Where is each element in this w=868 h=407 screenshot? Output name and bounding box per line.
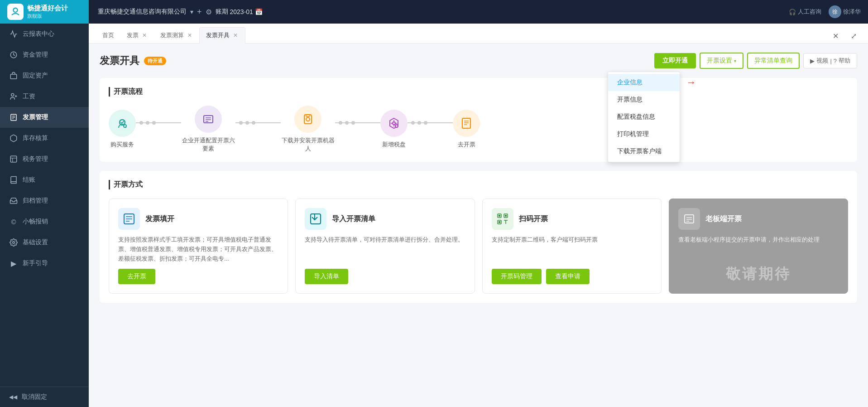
dropdown-item-dayinji[interactable]: 打印机管理 (608, 126, 680, 143)
fill-header: 发票填开 (118, 208, 278, 230)
tab-home[interactable]: 首页 (96, 27, 120, 44)
scan-apply-btn[interactable]: 查看申请 (546, 269, 590, 284)
sidebar-item-kucun[interactable]: 库存核算 (0, 128, 89, 149)
fill-icon (118, 208, 140, 230)
sidebar-scroll: 云报表中心 资金管理 固定资产 (0, 24, 89, 387)
sidebar-label-jiezhang: 结账 (23, 176, 35, 184)
logo-title: 畅捷通好会计 (27, 4, 68, 13)
sidebar: 云报表中心 资金管理 固定资产 (0, 24, 89, 407)
svg-rect-8 (10, 156, 17, 162)
sidebar-label-xinyinyindao: 新手引导 (23, 259, 48, 267)
svg-rect-2 (10, 74, 17, 79)
svg-rect-24 (462, 118, 470, 128)
logo-text: 畅捷通好会计 旗舰版 (27, 4, 68, 19)
import-title: 导入开票清单 (332, 214, 375, 224)
methods-section: 开票方式 (100, 171, 857, 303)
method-card-boss: 老板端开票 查看老板端小程序提交的开票申请，并作出相应的处理 敬请期待 (669, 199, 848, 294)
settings-btn[interactable]: 开票设置 ▾ (700, 53, 743, 69)
jiezhang-icon (9, 175, 18, 184)
dropdown-item-xiazaike[interactable]: 下载开票客户端 (608, 143, 680, 160)
step5-label: 去开票 (458, 141, 475, 149)
fill-desc: 支持按照发票样式手工填开发票；可开具增值税电子普通发票、增值税普通发票、增值税专… (118, 235, 278, 263)
sidebar-item-gudingzichan[interactable]: 固定资产 (0, 65, 89, 86)
video-help-btn[interactable]: ▶ 视频 | ? 帮助 (803, 53, 857, 68)
sidebar-item-cancel-fixed[interactable]: ◀◀ 取消固定 (0, 387, 89, 407)
abnormal-btn[interactable]: 异常清单查询 (747, 53, 800, 69)
tab-bar-actions: ✕ ⤢ (828, 29, 861, 43)
page-header: 发票开具 待开通 立即开通 开票设置 ▾ (100, 53, 857, 69)
flow-steps: 购买服务 (109, 106, 848, 153)
video-label: 视频 (816, 57, 828, 65)
sidebar-item-gongzi[interactable]: 工资 (0, 86, 89, 107)
sidebar-label-zijin: 资金管理 (23, 51, 48, 59)
method-card-import: 导入开票清单 支持导入待开票清单，可对待开票清单进行拆分、合并处理。 导入清单 (295, 199, 475, 294)
top-bar: 畅捷通好会计 旗舰版 重庆畅捷交通信息咨询有限公司 ▾ + ⚙ 账期 2023-… (0, 0, 868, 24)
flow-line-2 (235, 122, 281, 123)
tab-fapiaocesuan-close[interactable]: ✕ (187, 31, 193, 39)
tab-fapiaocesuan[interactable]: 发票测算 ✕ (154, 27, 199, 44)
settings-caret: ▾ (734, 58, 736, 63)
calendar-icon[interactable]: 📅 (255, 8, 263, 15)
dropdown-item-qiyexinxi[interactable]: 企业信息 → (608, 74, 680, 91)
method-cards: 发票填开 支持按照发票样式手工填开发票；可开具增值税电子普通发票、增值税普通发票… (109, 199, 848, 294)
dropdown-item-kaipiaoinfo[interactable]: 开票信息 (608, 91, 680, 108)
fill-go-btn[interactable]: 去开票 (118, 269, 155, 284)
tab-fapiao[interactable]: 发票 ✕ (120, 27, 154, 44)
svg-point-0 (13, 8, 17, 12)
step1-circle (109, 110, 136, 137)
dropdown-item-peizhishuipan[interactable]: 配置税盘信息 (608, 108, 680, 126)
add-company-btn[interactable]: + (197, 7, 202, 17)
separator: | (830, 58, 831, 64)
tab-fapiaokaiju-close[interactable]: ✕ (232, 31, 239, 39)
logo-area: 畅捷通好会计 旗舰版 (0, 0, 89, 24)
svg-rect-37 (499, 215, 500, 217)
content-area: 首页 发票 ✕ 发票测算 ✕ 发票开具 ✕ ✕ ⤢ (89, 24, 868, 407)
period-info: 账期 2023-01 📅 (216, 8, 263, 16)
guidang-icon (9, 196, 18, 205)
sidebar-bottom: ◀◀ 取消固定 (0, 387, 89, 407)
help-icon: ? (834, 58, 837, 64)
headset-icon: 🎧 (789, 9, 796, 15)
sidebar-item-fapiao[interactable]: 发票管理 (0, 107, 89, 128)
sidebar-label-kucun: 库存核算 (23, 134, 48, 142)
play-icon: ▶ (810, 58, 815, 64)
sidebar-item-yunbao[interactable]: 云报表中心 (0, 24, 89, 44)
svg-rect-38 (505, 215, 507, 217)
tab-home-label: 首页 (102, 31, 114, 39)
sidebar-item-jiezhang[interactable]: 结账 (0, 170, 89, 190)
company-name: 重庆畅捷交通信息咨询有限公司 (98, 8, 187, 16)
method-card-scan: 扫码开票 支持定制开票二维码，客户端可扫码开票 开票码管理 查看申请 (482, 199, 662, 294)
page-title-text: 发票开具 (100, 54, 139, 68)
dropdown-arrow-icon[interactable]: ▾ (190, 8, 193, 15)
open-btn[interactable]: 立即开通 (654, 53, 696, 68)
settings-dropdown-container: 开票设置 ▾ 企业信息 → 开票信息 (700, 53, 743, 69)
main-layout: 云报表中心 资金管理 固定资产 (0, 24, 868, 407)
maximize-btn[interactable]: ⤢ (846, 29, 861, 43)
sidebar-item-guidang[interactable]: 归档管理 (0, 190, 89, 211)
svg-rect-18 (304, 115, 312, 124)
xiaochangbaoxiao-icon: © (9, 217, 18, 226)
sidebar-label-gongzi: 工资 (23, 92, 35, 101)
step1-label: 购买服务 (110, 141, 134, 149)
user-btn[interactable]: 徐 徐泽华 (829, 5, 861, 18)
step5-circle (453, 110, 480, 137)
kucun-icon (9, 134, 18, 143)
flow-section: 开票流程 (100, 78, 857, 162)
sidebar-item-xinyinyindao[interactable]: ▶ 新手引导 (0, 253, 89, 274)
sidebar-item-jichushezhi[interactable]: 基础设置 (0, 232, 89, 253)
close-window-btn[interactable]: ✕ (828, 29, 843, 43)
tab-fapiao-close[interactable]: ✕ (141, 31, 148, 39)
boss-title: 老板端开票 (705, 214, 742, 224)
sidebar-item-xiaochangbaoxiao[interactable]: © 小畅报销 (0, 211, 89, 232)
sidebar-item-zijin[interactable]: 资金管理 (0, 44, 89, 65)
settings-btn-label: 开票设置 (707, 57, 732, 65)
consult-btn[interactable]: 🎧 人工咨询 (789, 8, 821, 16)
cancel-fixed-icon: ◀◀ (9, 394, 17, 400)
sidebar-item-shuiwu[interactable]: 税务管理 (0, 149, 89, 170)
sidebar-label-shuiwu: 税务管理 (23, 155, 48, 163)
import-btn[interactable]: 导入清单 (305, 269, 348, 284)
scan-code-btn[interactable]: 开票码管理 (492, 269, 542, 284)
tab-fapiaokaiju[interactable]: 发票开具 ✕ (199, 27, 245, 44)
settings-icon[interactable]: ⚙ (206, 8, 212, 16)
flow-step-4: 新增税盘 (380, 110, 408, 149)
